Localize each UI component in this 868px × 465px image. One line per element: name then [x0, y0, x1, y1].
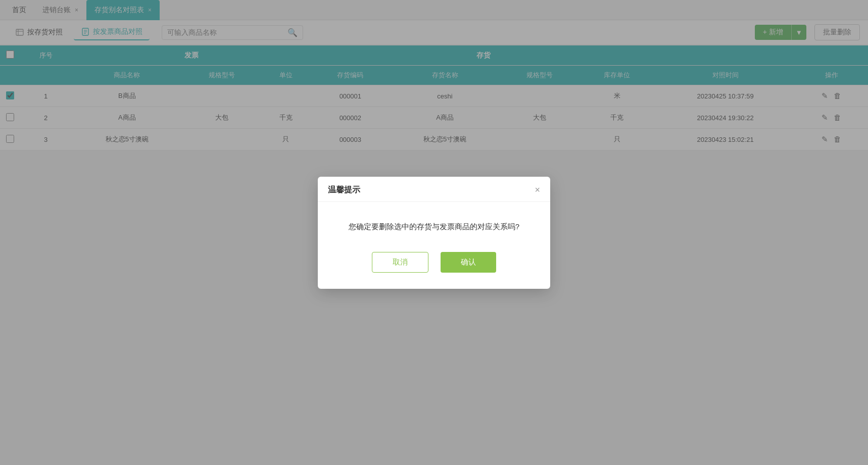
overlay: 温馨提示 × 您确定要删除选中的存货与发票商品的对应关系吗? 取消 确认: [0, 0, 868, 150]
